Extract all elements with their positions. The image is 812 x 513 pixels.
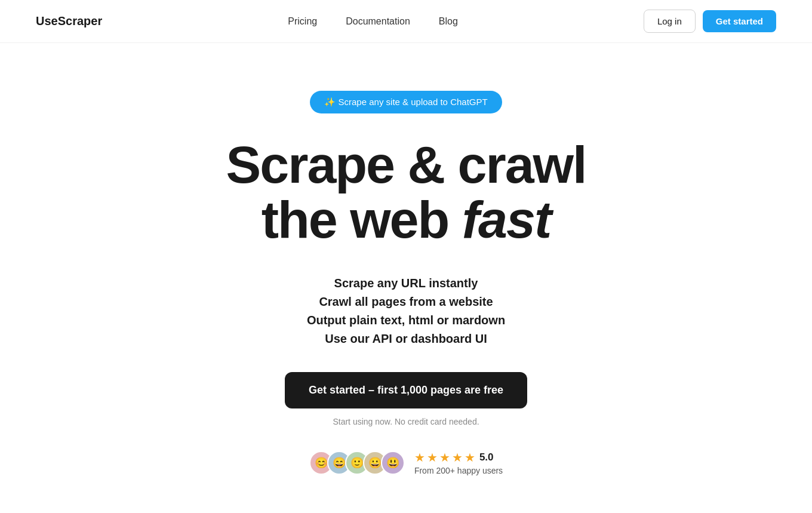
nav-documentation[interactable]: Documentation [346, 16, 410, 27]
hero-title: Scrape & crawl the web fast [226, 137, 586, 248]
rating-score: 5.0 [479, 451, 494, 463]
hero-feature-4: Use our API or dashboard UI [307, 332, 505, 346]
hero-features: Scrape any URL instantly Crawl all pages… [307, 277, 505, 346]
navbar-actions: Log in Get started [644, 10, 776, 33]
star-4: ★ [452, 450, 463, 465]
star-5: ★ [465, 450, 475, 465]
star-2: ★ [427, 450, 438, 465]
nav-links: Pricing Documentation Blog [288, 16, 458, 27]
hero-section: ✨ Scrape any site & upload to ChatGPT Sc… [0, 43, 812, 499]
hero-title-line1: Scrape & crawl [226, 135, 586, 194]
nav-pricing[interactable]: Pricing [288, 16, 317, 27]
stars: ★ ★ ★ ★ ★ 5.0 [414, 450, 494, 465]
login-button[interactable]: Log in [644, 10, 696, 33]
social-proof: 😊 😄 🙂 😀 😃 ★ ★ ★ ★ ★ 5.0 [309, 450, 503, 475]
navbar: UseScraper Pricing Documentation Blog Lo… [0, 0, 812, 43]
avatar-group: 😊 😄 🙂 😀 😃 [309, 451, 405, 475]
star-3: ★ [439, 450, 450, 465]
cta-button[interactable]: Get started – first 1,000 pages are free [285, 372, 527, 408]
hero-feature-3: Output plain text, html or mardown [307, 314, 505, 327]
hero-subtext: Start using now. No credit card needed. [333, 417, 479, 426]
nav-blog[interactable]: Blog [439, 16, 458, 27]
hero-badge[interactable]: ✨ Scrape any site & upload to ChatGPT [310, 91, 502, 113]
logo[interactable]: UseScraper [36, 14, 102, 28]
avatar-5: 😃 [381, 451, 405, 475]
rating-description: From 200+ happy users [414, 466, 503, 475]
rating-info: ★ ★ ★ ★ ★ 5.0 From 200+ happy users [414, 450, 503, 475]
hero-feature-2: Crawl all pages from a website [307, 295, 505, 309]
hero-title-italic: fast [462, 190, 551, 249]
hero-feature-1: Scrape any URL instantly [307, 277, 505, 290]
star-1: ★ [414, 450, 425, 465]
hero-title-line2: the web [262, 190, 462, 249]
get-started-nav-button[interactable]: Get started [703, 10, 776, 32]
